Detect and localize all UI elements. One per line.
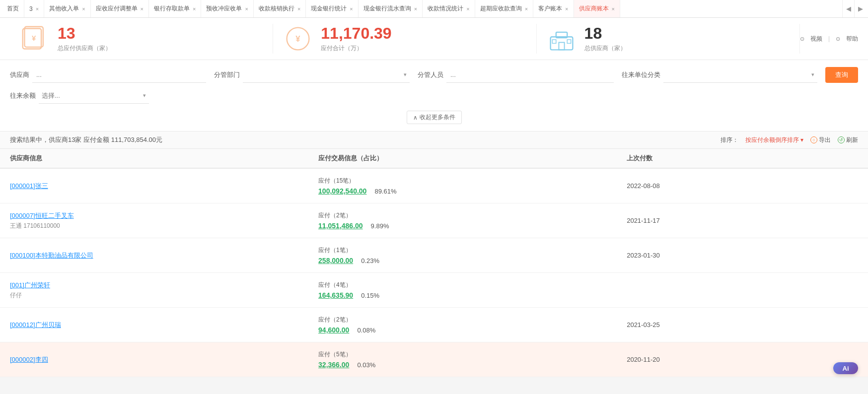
payable-amount[interactable]: 164,635.90 (318, 291, 353, 299)
close-icon[interactable]: × (414, 6, 417, 12)
payable-row: 32,366.00 0.03% (318, 361, 627, 369)
divider: | (828, 35, 830, 42)
nav-tab-collect-exec[interactable]: 收款核销执行 × (254, 0, 306, 18)
filter-input-dept[interactable] (246, 71, 404, 78)
supplier-link[interactable]: [000012]广州贝瑞 (10, 321, 318, 329)
table-row: [000001]张三 应付（15笔） 100,092,540.00 89.61%… (0, 169, 868, 203)
svg-rect-7 (559, 42, 564, 50)
sort-select[interactable]: 按应付余额倒序排序 ▾ (745, 136, 803, 144)
collapse-button[interactable]: ∧ 收起更多条件 (407, 111, 462, 124)
table-row: [000007]恒旺二手叉车 王通 17106110000 应付（2笔） 11,… (0, 203, 868, 238)
filter-input-person[interactable] (446, 67, 614, 83)
payable-row: 11,051,486.00 9.89% (318, 222, 627, 230)
close-icon[interactable]: × (193, 6, 196, 12)
close-icon[interactable]: × (612, 6, 615, 12)
supplier-info: [000007]恒旺二手叉车 王通 17106110000 (10, 211, 318, 230)
payable-pct: 9.89% (371, 222, 389, 230)
nav-tab-other-income-label: 其他收入单 (49, 4, 79, 13)
filter-select-dept[interactable]: ▾ (243, 67, 410, 83)
nav-tab-collect-stat[interactable]: 收款情况统计 × (423, 0, 475, 18)
payable-label: 应付（4笔） (318, 281, 627, 289)
close-icon[interactable]: × (350, 6, 353, 12)
close-icon[interactable]: × (297, 6, 300, 12)
nav-tab-3[interactable]: 3 × (24, 0, 44, 18)
nav-tab-bank-deposit[interactable]: 银行存取款单 × (149, 0, 201, 18)
filter-label-supplier: 供应商 (10, 70, 29, 79)
filter-label-balance: 往来余额 (10, 91, 36, 100)
supplier-link[interactable]: [000002]李四 (10, 355, 318, 364)
supplier-sub: 王通 17106110000 (10, 222, 318, 230)
chevron-up-icon: ∧ (413, 114, 418, 121)
stat-number-total: 11,170.39 (321, 25, 526, 42)
close-icon[interactable]: × (141, 6, 144, 12)
nav-arrow-left[interactable]: ◀ (842, 0, 854, 18)
payable-amount[interactable]: 100,092,540.00 (318, 187, 366, 195)
nav-tab-customer-account-label: 客户账本 (538, 4, 562, 13)
results-summary: 搜索结果中，供应商13家 应付金额 111,703,854.00元 (10, 135, 162, 144)
table-body: [000001]张三 应付（15笔） 100,092,540.00 89.61%… (0, 169, 868, 377)
supplier-link[interactable]: [000100]本特勤油品有限公司 (10, 251, 318, 260)
video-link[interactable]: 视频 (810, 35, 822, 43)
nav-arrow-right[interactable]: ▶ (854, 0, 866, 18)
export-label: 导出 (819, 136, 831, 144)
supplier-link[interactable]: [000007]恒旺二手叉车 (10, 211, 318, 220)
payable-label: 应付（15笔） (318, 177, 627, 185)
payable-amount[interactable]: 11,051,486.00 (318, 222, 363, 230)
filter-label-category: 往来单位分类 (622, 70, 660, 79)
filter-input-balance[interactable] (42, 92, 143, 99)
nav-tab-cash-bank-flow[interactable]: 现金银行流水查询 × (359, 0, 423, 18)
filter-select-balance[interactable]: ▾ (39, 88, 149, 104)
col-header-payable: 应付交易信息（占比） (318, 154, 627, 163)
refresh-icon: ↺ (838, 136, 845, 143)
close-icon[interactable]: × (565, 6, 568, 12)
supplier-link[interactable]: [001]广州荣轩 (10, 281, 318, 290)
chevron-down-icon: ▾ (143, 92, 146, 99)
filter-select-category[interactable]: ▾ (663, 67, 818, 83)
stat-icon-payable: ¥ (20, 24, 50, 54)
payable-amount[interactable]: 32,366.00 (318, 361, 349, 369)
stat-right-links: ⊙ 视频 | ⊙ 帮助 (800, 35, 858, 43)
nav-tab-supplier-account[interactable]: 供应商账本 × (574, 0, 620, 18)
export-icon: ○ (810, 136, 817, 143)
collapse-section: ∧ 收起更多条件 (10, 109, 858, 126)
nav-tab-collect-exec-label: 收款核销执行 (259, 4, 294, 13)
filter-input-supplier[interactable] (32, 67, 206, 83)
nav-tab-cash-bank-stat[interactable]: 现金银行统计 × (306, 0, 358, 18)
filter-input-category[interactable] (666, 71, 812, 78)
supplier-link[interactable]: [000001]张三 (10, 182, 318, 191)
svg-text:¥: ¥ (32, 34, 36, 42)
nav-tab-cash-bank-stat-label: 现金银行统计 (311, 4, 347, 13)
nav-tab-other-income[interactable]: 其他收入单 × (44, 0, 90, 18)
nav-tab-advance-collect[interactable]: 预收冲应收单 × (201, 0, 253, 18)
nav-tab-customer-account[interactable]: 客户账本 × (533, 0, 574, 18)
export-action[interactable]: ○ 导出 (810, 136, 831, 144)
payable-amount[interactable]: 94,600.00 (318, 326, 349, 334)
close-icon[interactable]: × (36, 6, 39, 12)
nav-tab-payable-adjust[interactable]: 应收应付调整单 × (91, 0, 149, 18)
refresh-action[interactable]: ↺ 刷新 (838, 136, 858, 144)
supplier-info: [000012]广州贝瑞 (10, 321, 318, 329)
supplier-sub: 仔仔 (10, 291, 318, 300)
nav-tab-home[interactable]: 首页 (2, 0, 24, 18)
nav-tab-overdue-collect[interactable]: 超期应收款查询 × (475, 0, 533, 18)
payable-pct: 0.08% (357, 327, 375, 334)
payable-row: 100,092,540.00 89.61% (318, 187, 627, 195)
table-row: [001]广州荣轩 仔仔 应付（4笔） 164,635.90 0.15% (0, 273, 868, 308)
payable-info: 应付（1笔） 258,000.00 0.23% (318, 246, 627, 264)
payable-info: 应付（5笔） 32,366.00 0.03% (318, 350, 627, 369)
table-area: 供应商信息 应付交易信息（占比） 上次付数 [000001]张三 应付（15笔）… (0, 149, 868, 377)
nav-tab-payable-adjust-label: 应收应付调整单 (96, 4, 138, 13)
refresh-label: 刷新 (846, 136, 858, 144)
query-button[interactable]: 查询 (825, 67, 858, 83)
ai-button[interactable]: Ai (833, 362, 858, 374)
filter-item-supplier: 供应商 (10, 67, 206, 83)
close-icon[interactable]: × (466, 6, 469, 12)
nav-tab-overdue-collect-label: 超期应收款查询 (480, 4, 522, 13)
table-row: [000100]本特勤油品有限公司 应付（1笔） 258,000.00 0.23… (0, 238, 868, 273)
payable-amount[interactable]: 258,000.00 (318, 257, 353, 264)
results-bar: 搜索结果中，供应商13家 应付金额 111,703,854.00元 排序： 按应… (0, 131, 868, 149)
close-icon[interactable]: × (245, 6, 248, 12)
close-icon[interactable]: × (525, 6, 528, 12)
help-link[interactable]: 帮助 (846, 35, 858, 43)
close-icon[interactable]: × (82, 6, 85, 12)
